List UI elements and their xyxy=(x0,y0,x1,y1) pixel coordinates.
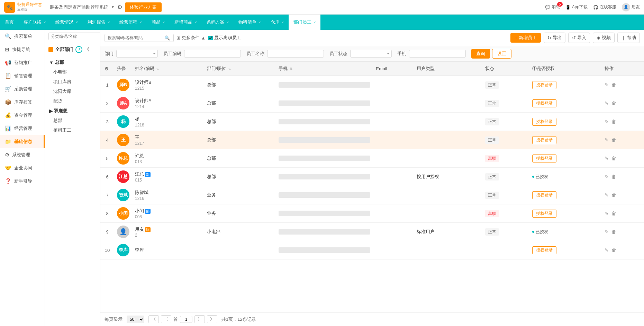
edit-icon[interactable]: ✎ xyxy=(605,229,609,235)
dept-node-peihuo[interactable]: 配货 xyxy=(45,96,100,106)
edit-icon[interactable]: ✎ xyxy=(605,192,609,198)
tab-warehouse[interactable]: 仓库 × xyxy=(266,15,289,30)
dept-search-input[interactable] xyxy=(48,33,100,40)
auth-button[interactable]: 授权登录 xyxy=(532,155,556,162)
edit-icon[interactable]: ✎ xyxy=(605,211,609,216)
dept-node-xiaodibu[interactable]: 小电部 xyxy=(45,67,100,77)
edit-icon[interactable]: ✎ xyxy=(605,82,609,88)
search-box-icon[interactable]: 🔍 xyxy=(164,35,170,41)
sidebar-item-purchase[interactable]: 🛒 采购管理 xyxy=(0,82,45,96)
export-button[interactable]: ↻ 导出 xyxy=(544,33,565,43)
tab-bom[interactable]: 物料清单 × xyxy=(234,15,265,30)
dept-node-zongbu-parent[interactable]: ▼ 总部 xyxy=(45,58,100,67)
app-download-button[interactable]: 📱 App下载 xyxy=(565,4,588,10)
sidebar-item-system[interactable]: ⚙ 系统管理 xyxy=(0,148,45,161)
dept-node-shenyang[interactable]: 沈阳大库 xyxy=(45,87,100,96)
tab-home[interactable]: 首页 xyxy=(0,15,19,30)
tab-profit[interactable]: 利润报告 × xyxy=(83,15,115,30)
filter-phone-input[interactable] xyxy=(409,50,466,58)
tab-goods[interactable]: 商品 × xyxy=(147,15,170,30)
dept-node-shuanglu[interactable]: ▶ 双鹿想 xyxy=(45,106,100,116)
auth-button[interactable]: 授权登录 xyxy=(532,136,556,144)
sidebar-item-finance[interactable]: 💰 资金管理 xyxy=(0,109,45,122)
edit-icon[interactable]: ✎ xyxy=(605,174,609,179)
col-name-code[interactable]: 姓名/编码 ⇅ xyxy=(132,62,204,76)
tab-new-goods[interactable]: 新增商品 × xyxy=(170,15,201,30)
more-filter-button[interactable]: ⊞ 更多条件 ▲ xyxy=(176,35,206,41)
delete-icon[interactable]: 🗑 xyxy=(611,156,616,161)
auth-button[interactable]: 授权登录 xyxy=(532,210,556,218)
show-resigned-checkbox[interactable] xyxy=(208,36,213,40)
tab-new-goods-close[interactable]: × xyxy=(194,20,197,24)
tab-bom-close[interactable]: × xyxy=(258,20,261,24)
filter-empname-input[interactable] xyxy=(267,50,324,58)
dept-collapse-btn[interactable]: 《 xyxy=(84,46,89,53)
col-phone[interactable]: 手机 ⇅ xyxy=(276,62,373,76)
query-button[interactable]: 查询 xyxy=(471,49,490,59)
gear-button[interactable]: ⚙ xyxy=(117,4,122,10)
tab-goods-close[interactable]: × xyxy=(163,20,165,24)
filter-empcode-input[interactable] xyxy=(184,50,241,58)
tab-barcode-close[interactable]: × xyxy=(227,20,229,24)
sidebar-item-inventory[interactable]: 📦 库存核算 xyxy=(0,96,45,109)
sidebar-item-sales[interactable]: 📋 销售管理 xyxy=(0,69,45,82)
tab-department-close[interactable]: × xyxy=(314,20,316,24)
tab-customer-close[interactable]: × xyxy=(44,20,46,24)
delete-icon[interactable]: 🗑 xyxy=(611,82,616,88)
tab-barcode[interactable]: 条码方案 × xyxy=(202,15,234,30)
auth-button[interactable]: 授权登录 xyxy=(532,81,556,89)
auth-button[interactable]: 授权登录 xyxy=(532,246,556,254)
sidebar-item-cooperation[interactable]: 🤝 企业协同 xyxy=(0,161,45,175)
sidebar-item-marketing[interactable]: 📢 营销推广 xyxy=(0,56,45,69)
auth-button[interactable]: 授权登录 xyxy=(532,99,556,107)
sidebar-item-quick-nav[interactable]: ⊞ 快捷导航 xyxy=(0,43,45,56)
tab-profit-close[interactable]: × xyxy=(108,20,110,24)
delete-icon[interactable]: 🗑 xyxy=(611,100,616,106)
edit-icon[interactable]: ✎ xyxy=(605,156,609,161)
tab-operations[interactable]: 经营情况 × xyxy=(51,15,82,30)
last-page-button[interactable]: 》 xyxy=(207,315,217,323)
dept-refresh-btn[interactable]: ↺ xyxy=(75,46,82,53)
delete-icon[interactable]: 🗑 xyxy=(611,229,616,235)
filter-status-select[interactable] xyxy=(350,50,392,58)
prev-page-button[interactable]: 〈 xyxy=(161,315,171,323)
per-page-select[interactable]: 50 100 xyxy=(127,316,144,323)
tab-warehouse-close[interactable]: × xyxy=(282,20,284,24)
auth-button[interactable]: 授权登录 xyxy=(532,191,556,199)
message-button[interactable]: 💬 消息 5 xyxy=(545,4,560,10)
edit-icon[interactable]: ✎ xyxy=(605,119,609,124)
delete-icon[interactable]: 🗑 xyxy=(611,247,616,253)
delete-icon[interactable]: 🗑 xyxy=(611,174,616,179)
tab-department[interactable]: 部门员工 × xyxy=(289,15,320,30)
add-employee-button[interactable]: + 新增员工 xyxy=(510,33,541,43)
sidebar-item-basic-info[interactable]: 📁 基础信息 xyxy=(0,135,45,148)
online-service-button[interactable]: 🎧 在线客服 xyxy=(593,4,616,10)
filter-dept-select[interactable] xyxy=(116,50,158,58)
help-button[interactable]: ｜ 帮助 xyxy=(617,33,640,43)
import-button[interactable]: ↺ 导入 xyxy=(568,33,590,43)
sidebar-item-search[interactable]: 🔍 搜索菜单 xyxy=(0,30,45,43)
sidebar-item-guide[interactable]: ❓ 新手引导 xyxy=(0,175,45,188)
system-title-dropdown-icon[interactable]: ▼ xyxy=(111,5,115,9)
sidebar-item-operations[interactable]: 📊 经营管理 xyxy=(0,122,45,135)
dept-node-zhishu[interactable]: 植树王二 xyxy=(45,125,100,135)
search-input[interactable] xyxy=(108,35,163,40)
next-page-button[interactable]: 〉 xyxy=(194,315,205,323)
edit-icon[interactable]: ✎ xyxy=(605,137,609,143)
user-avatar-button[interactable]: 👤 用友 xyxy=(622,3,640,11)
col-dept[interactable]: 部门/职位 ⇅ xyxy=(204,62,276,76)
tab-operations-close[interactable]: × xyxy=(75,20,78,24)
tab-customer[interactable]: 客户联络 × xyxy=(19,15,51,30)
dept-node-zongbu2[interactable]: 总部 xyxy=(45,116,100,125)
tab-history-close[interactable]: × xyxy=(139,20,142,24)
delete-icon[interactable]: 🗑 xyxy=(611,192,616,198)
view-button[interactable]: ⊕ 视频 xyxy=(593,33,615,43)
delete-icon[interactable]: 🗑 xyxy=(611,119,616,124)
edit-icon[interactable]: ✎ xyxy=(605,247,609,253)
show-resigned-checkbox-label[interactable]: 显示离职员工 xyxy=(208,35,241,41)
delete-icon[interactable]: 🗑 xyxy=(611,137,616,143)
auth-button[interactable]: 授权登录 xyxy=(532,118,556,126)
dept-node-xiangmu[interactable]: 项目库房 xyxy=(45,77,100,87)
table-settings-icon[interactable]: ⚙ xyxy=(103,65,110,72)
delete-icon[interactable]: 🗑 xyxy=(611,211,616,216)
